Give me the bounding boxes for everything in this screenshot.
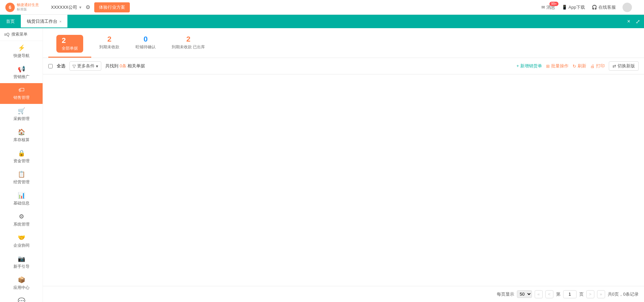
tab-home[interactable]: 首页 <box>0 15 21 28</box>
purchase-icon: 🛒 <box>18 107 25 115</box>
service-icon: 🎧 <box>592 5 597 10</box>
stat-tab-all[interactable]: 2 全部单据 <box>48 32 91 58</box>
settings-button[interactable]: ⚙ <box>86 4 90 10</box>
sidebar-item-operations[interactable]: 📋 经营管理 <box>0 167 43 188</box>
batch-icon: ⊞ <box>546 64 550 69</box>
download-icon: 📱 <box>562 5 567 10</box>
operations-icon: 📋 <box>18 171 25 178</box>
wechat-icon: 💬 <box>18 297 25 302</box>
navtab-right: × ⤢ <box>626 17 644 26</box>
cooperation-icon: 🤝 <box>18 234 25 241</box>
topbar-right: ✉ 消息 99+ 📱 App下载 🎧 在线客服 <box>541 3 639 12</box>
first-page-button[interactable]: « <box>535 290 543 298</box>
logo-sub: 标准版 <box>17 7 39 12</box>
tab-workbench-label: 钱货日清工作台 <box>27 18 57 24</box>
toolbar: 全选 ▽ 更多条件 ▾ 共找到 0条 相关单据 + 新增销货单 ⊞ 批量操作 ↻… <box>43 58 644 74</box>
company-dropdown-icon: ▼ <box>78 5 82 9</box>
sidebar-item-marketing[interactable]: 📢 营销推广 <box>0 62 43 83</box>
online-service-button[interactable]: 🎧 在线客服 <box>592 4 616 10</box>
sidebar-item-basic-info[interactable]: 📊 基础信息 <box>0 188 43 209</box>
print-label: 打印 <box>596 63 605 69</box>
page-suffix: 页 <box>579 291 584 297</box>
stats-tabs: 2 全部单据 2 到期未收款 0 旺铺待确认 2 到期未收款 已出库 <box>43 28 644 58</box>
layout: ≡Q 搜索菜单 ⚡ 快捷导航 📢 营销推广 🏷 销售管理 🛒 采购管理 🏠 库存… <box>0 28 644 302</box>
refresh-label: 刷新 <box>578 63 586 69</box>
logo-text: 畅捷通好生意 <box>17 3 39 7</box>
inventory-icon: 🏠 <box>18 128 25 136</box>
sidebar-item-quick-nav[interactable]: ⚡ 快捷导航 <box>0 41 43 62</box>
sidebar-item-wechat[interactable]: 💬 企业微信 <box>0 294 43 302</box>
guide-icon: 📷 <box>18 255 25 262</box>
last-page-button[interactable]: » <box>597 290 605 298</box>
tab-workbench-close[interactable]: × <box>59 19 61 23</box>
avatar[interactable] <box>623 3 632 12</box>
switch-version-button[interactable]: ⇄ 切换新版 <box>609 61 639 71</box>
sidebar-item-system[interactable]: ⚙ 系统管理 <box>0 209 43 231</box>
stat-delivered-count: 2 <box>186 35 191 44</box>
tab-maximize-button[interactable]: ⤢ <box>634 17 641 26</box>
sidebar-item-finance[interactable]: 🔒 资金管理 <box>0 146 43 167</box>
app-download-label: App下载 <box>569 4 585 10</box>
sidebar-item-label: 新手引导 <box>13 264 30 269</box>
refresh-button[interactable]: ↻ 刷新 <box>573 63 586 69</box>
basic-info-icon: 📊 <box>18 192 25 199</box>
sales-icon: 🏷 <box>18 86 24 94</box>
sidebar-item-label: 库存核算 <box>13 137 30 143</box>
sidebar-item-label: 采购管理 <box>13 116 30 122</box>
sidebar-item-inventory[interactable]: 🏠 库存核算 <box>0 125 43 146</box>
filter-button[interactable]: ▽ 更多条件 ▾ <box>69 61 101 71</box>
stat-all-count: 2 <box>62 36 78 45</box>
sidebar-item-cooperation[interactable]: 🤝 企业协同 <box>0 231 43 252</box>
sidebar-item-app-center[interactable]: 📦 应用中心 <box>0 273 43 294</box>
found-count: 0条 <box>120 63 126 68</box>
sidebar-item-label: 系统管理 <box>13 222 30 227</box>
messages-badge: 99+ <box>549 2 558 6</box>
next-page-button[interactable]: > <box>586 290 594 298</box>
sidebar-item-label: 销售管理 <box>13 95 30 101</box>
switch-icon: ⇄ <box>612 64 616 69</box>
add-sales-order-button[interactable]: + 新增销货单 <box>517 63 542 69</box>
sidebar-item-sales[interactable]: 🏷 销售管理 <box>0 83 43 104</box>
sidebar-item-guide[interactable]: 📷 新手引导 <box>0 252 43 273</box>
found-suffix: 相关单据 <box>127 63 145 68</box>
navtabs: 首页 钱货日清工作台 × × ⤢ <box>0 15 644 28</box>
stat-tab-wangpu[interactable]: 0 旺铺待确认 <box>127 32 164 58</box>
tab-workbench[interactable]: 钱货日清工作台 × <box>21 15 67 28</box>
stat-tab-overdue[interactable]: 2 到期未收款 <box>91 32 127 58</box>
select-all-label: 全选 <box>57 63 65 69</box>
stat-wangpu-count: 0 <box>144 35 148 44</box>
prev-page-button[interactable]: < <box>545 290 553 298</box>
stat-all-label: 全部单据 <box>62 46 78 51</box>
sidebar-item-purchase[interactable]: 🛒 采购管理 <box>0 104 43 125</box>
select-all-checkbox[interactable] <box>48 64 53 68</box>
pagination: 每页显示 50 « < 第 页 > » 共0页，0条记录 <box>43 286 644 302</box>
print-button[interactable]: 🖨 打印 <box>590 63 605 69</box>
finance-icon: 🔒 <box>18 149 25 157</box>
tab-minimize-button[interactable]: × <box>626 17 632 26</box>
found-text: 共找到 0条 相关单据 <box>105 63 145 69</box>
sidebar-item-label: 基础信息 <box>13 200 30 206</box>
company-name: XXXXXX公司 <box>51 4 77 10</box>
company-selector[interactable]: XXXXXX公司 ▼ <box>51 4 82 10</box>
switch-label: 切换新版 <box>618 63 635 69</box>
topbar: 6 畅捷通好生意 标准版 XXXXXX公司 ▼ ⚙ 体验行业方案 ✉ 消息 99… <box>0 0 644 15</box>
per-page-select[interactable]: 50 <box>517 290 532 298</box>
current-page-input[interactable] <box>563 290 577 298</box>
sidebar-item-label: 营销推广 <box>13 74 30 80</box>
sidebar-search[interactable]: ≡Q 搜索菜单 <box>0 28 43 41</box>
filter-label: 更多条件 <box>77 63 95 69</box>
app-download-button[interactable]: 📱 App下载 <box>562 4 585 10</box>
app-center-icon: 📦 <box>18 276 25 284</box>
filter-chevron-icon: ▾ <box>96 64 98 69</box>
page-label: 第 <box>556 291 560 297</box>
stat-overdue-count: 2 <box>107 35 111 44</box>
batch-label: 批量操作 <box>551 63 569 69</box>
logo: 6 畅捷通好生意 标准版 <box>5 3 48 12</box>
message-icon: ✉ <box>541 5 545 10</box>
per-page-label: 每页显示 <box>497 291 514 297</box>
stat-overdue-label: 到期未收款 <box>99 44 119 50</box>
batch-operation-button[interactable]: ⊞ 批量操作 <box>546 63 569 69</box>
stat-tab-delivered[interactable]: 2 到期未收款 已出库 <box>164 32 213 58</box>
messages-button[interactable]: ✉ 消息 99+ <box>541 4 555 10</box>
experience-button[interactable]: 体验行业方案 <box>94 2 130 12</box>
